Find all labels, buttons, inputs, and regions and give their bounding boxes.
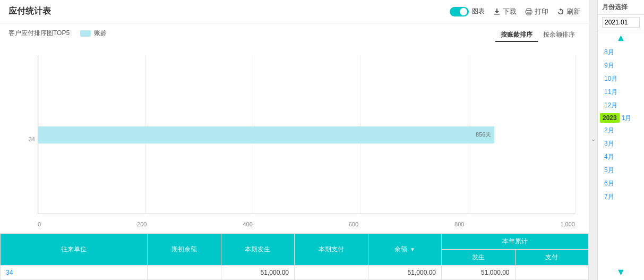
svg-rect-0 [494, 14, 500, 15]
month-item-5[interactable]: 5月 [598, 164, 644, 177]
month-item-7[interactable]: 7月 [598, 190, 644, 203]
x-axis-labels: 0 200 400 600 800 1,000 [38, 221, 575, 227]
print-icon [525, 8, 533, 15]
th-current-occur: 本期发生 [221, 234, 295, 266]
download-button[interactable]: 下载 [493, 7, 517, 16]
svg-point-4 [530, 11, 531, 12]
month-item-9[interactable]: 9月 [598, 59, 644, 72]
refresh-button[interactable]: 刷新 [557, 7, 580, 16]
header-actions: 图表 下载 打印 刷新 [450, 7, 580, 16]
svg-rect-1 [527, 9, 531, 11]
legend-label-age: 账龄 [94, 29, 107, 38]
x-label-0: 0 [38, 221, 41, 227]
table-row: 34 51,000.00 51,000.00 51,000.00 [1, 266, 589, 280]
th-unit: 往来单位 [1, 234, 148, 266]
th-ytd-pay: 支付 [515, 250, 589, 266]
th-ytd-occur: 发生 [442, 250, 516, 266]
data-table: 往来单位 期初余额 本期发生 本期支付 余额 ▼ 本年累计 发生 [0, 233, 589, 280]
legend-item-top5: 客户应付排序图TOP5 [8, 29, 70, 38]
x-label-200: 200 [137, 221, 147, 227]
td-balance: 51,000.00 [368, 266, 442, 280]
month-item-8[interactable]: 8月 [598, 46, 644, 59]
page-title: 应付统计表 [8, 6, 51, 17]
legend-color-age [80, 30, 91, 37]
year-2023-row[interactable]: 2023 1月 [598, 112, 644, 124]
bar-chart-area: 856天 [38, 56, 575, 214]
legend-label-top5: 客户应付排序图TOP5 [8, 29, 70, 38]
month-item-11[interactable]: 11月 [598, 86, 644, 99]
month-item-12[interactable]: 12月 [598, 99, 644, 112]
print-button[interactable]: 打印 [525, 7, 548, 16]
month-nav-down[interactable]: ▼ [598, 265, 644, 280]
td-current-occur: 51,000.00 [221, 266, 295, 280]
x-label-600: 600 [349, 221, 358, 227]
page-container: 应付统计表 图表 下载 打印 刷新 [0, 0, 644, 280]
month-item-1[interactable]: 1月 [622, 114, 632, 123]
x-label-1000: 1,000 [560, 221, 575, 227]
right-sidebar: 月份选择 ▲ 8月 9月 10月 11月 12月 2023 1月 2月 3月 4… [597, 0, 644, 280]
x-label-800: 800 [454, 221, 464, 227]
date-input[interactable] [602, 17, 640, 28]
bar-row-34: 856天 [38, 126, 494, 143]
download-icon [493, 8, 501, 15]
bar-y-label: 34 [19, 136, 35, 142]
sort-tab-age[interactable]: 按账龄排序 [495, 29, 538, 42]
balance-icon: ▼ [410, 247, 415, 252]
unit-link[interactable]: 34 [6, 269, 13, 276]
legend-item-age: 账龄 [80, 29, 107, 38]
td-opening [148, 266, 221, 280]
month-item-6[interactable]: 6月 [598, 177, 644, 190]
sidebar-expand-handle[interactable]: › [589, 0, 597, 280]
month-list: 8月 9月 10月 11月 12月 2023 1月 2月 3月 4月 5月 6月… [598, 46, 644, 265]
td-ytd-pay [515, 266, 589, 280]
sidebar-header: 月份选择 [598, 0, 644, 15]
left-panel: 应付统计表 图表 下载 打印 刷新 [0, 0, 589, 280]
month-nav-up[interactable]: ▲ [598, 30, 644, 46]
table-container: 往来单位 期初余额 本期发生 本期支付 余额 ▼ 本年累计 发生 [0, 233, 589, 280]
td-ytd-occur: 51,000.00 [442, 266, 516, 280]
expand-icon: › [590, 139, 597, 141]
page-header: 应付统计表 图表 下载 打印 刷新 [0, 0, 589, 23]
sidebar-date [598, 15, 644, 30]
month-item-10[interactable]: 10月 [598, 72, 644, 86]
th-opening: 期初余额 [148, 234, 221, 266]
year-badge: 2023 [600, 113, 620, 123]
chart-toggle-label: 图表 [472, 7, 485, 16]
chart-toggle[interactable] [450, 7, 469, 16]
table-section: 往来单位 期初余额 本期发生 本期支付 余额 ▼ 本年累计 发生 [0, 233, 589, 280]
sort-tab-balance[interactable]: 按余额排序 [538, 29, 580, 42]
grid-1000 [575, 56, 576, 214]
td-unit: 34 [1, 266, 148, 280]
chart-section: 客户应付排序图TOP5 账龄 按账龄排序 按余额排序 34 [0, 23, 589, 233]
th-ytd-group: 本年累计 [442, 234, 589, 250]
bar-label: 856天 [476, 131, 491, 139]
sort-tabs: 按账龄排序 按余额排序 [495, 29, 580, 42]
month-item-2[interactable]: 2月 [598, 124, 644, 137]
chart-toggle-wrap[interactable]: 图表 [450, 7, 485, 16]
chart-legend: 客户应付排序图TOP5 账龄 [8, 29, 107, 38]
th-balance: 余额 ▼ [368, 234, 442, 266]
refresh-icon [557, 8, 564, 15]
td-current-pay [295, 266, 368, 280]
month-item-4[interactable]: 4月 [598, 150, 644, 164]
x-label-400: 400 [243, 221, 252, 227]
th-current-pay: 本期支付 [295, 234, 368, 266]
month-item-3[interactable]: 3月 [598, 137, 644, 150]
